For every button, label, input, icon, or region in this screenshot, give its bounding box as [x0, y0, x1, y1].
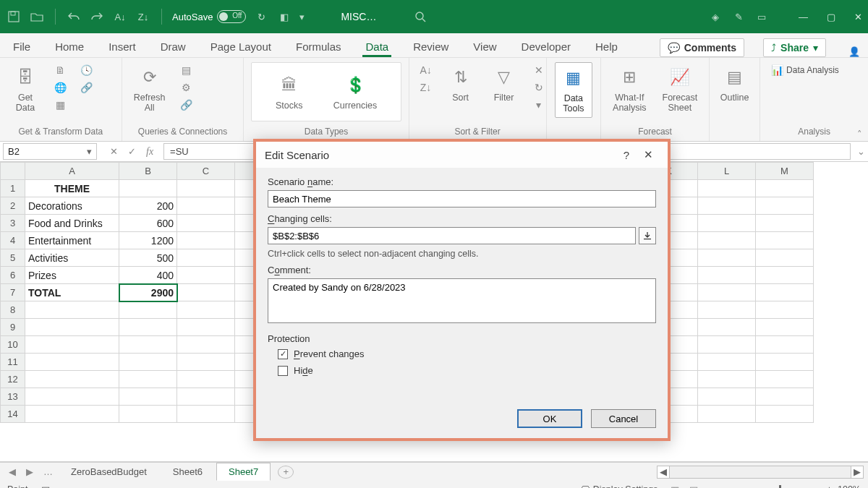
- whatif-button[interactable]: ⊞What-If Analysis: [608, 62, 650, 116]
- tab-home[interactable]: Home: [52, 36, 87, 57]
- col-header[interactable]: A: [25, 163, 119, 180]
- currencies-data-type[interactable]: 💲Currencies: [329, 70, 381, 114]
- row-header[interactable]: 1: [1, 180, 25, 197]
- properties-button[interactable]: ⚙: [176, 80, 195, 95]
- window-icon[interactable]: ▭: [754, 9, 770, 25]
- qat-customize-icon[interactable]: ▾: [299, 9, 305, 25]
- tab-view[interactable]: View: [470, 36, 499, 57]
- add-sheet-button[interactable]: +: [278, 466, 294, 479]
- scroll-left-icon[interactable]: ◀: [657, 466, 670, 479]
- diamond-icon[interactable]: ◈: [707, 9, 723, 25]
- sort-az-button[interactable]: A↓: [417, 62, 435, 78]
- row-header[interactable]: 7: [1, 284, 25, 301]
- open-icon[interactable]: [29, 9, 45, 25]
- comment-textarea[interactable]: [268, 278, 656, 323]
- zoom-in-icon[interactable]: +: [827, 484, 832, 488]
- col-header[interactable]: B: [119, 163, 177, 180]
- range-picker-button[interactable]: [639, 227, 656, 244]
- tab-help[interactable]: Help: [592, 36, 621, 57]
- comments-button[interactable]: 💬 Comments: [660, 38, 744, 57]
- refresh-all-button[interactable]: ⟳ Refresh All: [129, 62, 170, 116]
- hide-checkbox[interactable]: Hide: [278, 365, 656, 376]
- select-all-corner[interactable]: [1, 163, 25, 180]
- minimize-button[interactable]: —: [799, 12, 808, 22]
- recent-sources-button[interactable]: 🕓: [77, 62, 95, 78]
- cancel-button[interactable]: Cancel: [591, 409, 656, 428]
- cell[interactable]: Food and Drinks: [25, 215, 119, 232]
- cell[interactable]: 1200: [119, 232, 177, 249]
- from-text-button[interactable]: 🗎: [51, 62, 69, 78]
- collab-icon[interactable]: 👤: [845, 46, 864, 57]
- data-tools-button[interactable]: ▦ Data Tools: [555, 62, 592, 118]
- share-button[interactable]: ⤴ Share ▾: [763, 38, 826, 57]
- cell[interactable]: Activities: [25, 249, 119, 267]
- help-button[interactable]: ?: [616, 149, 637, 161]
- cell[interactable]: TOTAL: [25, 284, 119, 301]
- touch-mode-icon[interactable]: ◧: [276, 9, 292, 25]
- existing-connections-button[interactable]: 🔗: [77, 80, 95, 95]
- cell[interactable]: 2900: [119, 284, 177, 301]
- close-dialog-button[interactable]: ✕: [637, 148, 659, 161]
- scenario-name-input[interactable]: [268, 190, 656, 207]
- pen-icon[interactable]: ✎: [731, 9, 746, 25]
- name-box[interactable]: B2 ▾: [3, 143, 97, 160]
- sheet-tab[interactable]: Sheet6: [161, 463, 215, 481]
- tab-review[interactable]: Review: [410, 36, 451, 57]
- cell[interactable]: Entertainment: [25, 232, 119, 249]
- refresh-icon[interactable]: ↻: [253, 9, 269, 25]
- stocks-data-type[interactable]: 🏛Stocks: [271, 70, 307, 114]
- zoom-out-icon[interactable]: −: [730, 484, 735, 488]
- normal-view-icon[interactable]: ▦: [671, 484, 679, 489]
- ok-button[interactable]: OK: [517, 409, 582, 428]
- row-header[interactable]: 5: [1, 249, 25, 267]
- row-header[interactable]: 3: [1, 215, 25, 232]
- reapply-button[interactable]: ↻: [529, 80, 548, 95]
- sort-button[interactable]: ⇅Sort: [443, 62, 479, 106]
- cell[interactable]: 600: [119, 215, 177, 232]
- row-header[interactable]: 4: [1, 232, 25, 249]
- forecast-sheet-button[interactable]: 📈Forecast Sheet: [658, 62, 702, 116]
- sort-asc-icon[interactable]: A↓: [112, 9, 128, 25]
- page-layout-view-icon[interactable]: ▤: [689, 484, 698, 489]
- cell[interactable]: Decorations: [25, 197, 119, 215]
- display-settings-button[interactable]: 🖵 Display Settings: [581, 484, 658, 488]
- row-header[interactable]: 6: [1, 267, 25, 284]
- filter-button[interactable]: ▽Filter: [486, 62, 522, 106]
- collapse-ribbon-icon[interactable]: ˄: [857, 129, 862, 140]
- tab-developer[interactable]: Developer: [519, 36, 574, 57]
- cell[interactable]: [119, 180, 177, 197]
- expand-formula-bar-icon[interactable]: ⌄: [854, 142, 868, 161]
- cell[interactable]: 400: [119, 267, 177, 284]
- from-web-button[interactable]: 🌐: [51, 80, 69, 95]
- zoom-level[interactable]: 100%: [838, 484, 861, 488]
- tab-scroll-right-icon[interactable]: ▶: [22, 466, 38, 477]
- tab-scroll-left-icon[interactable]: ◀: [4, 466, 20, 477]
- close-button[interactable]: ✕: [854, 12, 862, 22]
- col-header[interactable]: C: [177, 163, 235, 180]
- from-table-button[interactable]: ▦: [51, 97, 69, 113]
- col-header[interactable]: L: [698, 163, 756, 180]
- cell[interactable]: Prizes: [25, 267, 119, 284]
- tab-insert[interactable]: Insert: [106, 36, 139, 57]
- sheet-tab[interactable]: Sheet7: [216, 463, 271, 481]
- row-header[interactable]: 2: [1, 197, 25, 215]
- chevron-down-icon[interactable]: ▾: [87, 146, 92, 157]
- page-break-view-icon[interactable]: ▭: [708, 484, 717, 489]
- cell[interactable]: THEME: [25, 180, 119, 197]
- cancel-formula-icon[interactable]: ✕: [110, 146, 118, 157]
- undo-icon[interactable]: [66, 9, 82, 25]
- tab-ellipsis[interactable]: …: [39, 466, 57, 477]
- cell[interactable]: 200: [119, 197, 177, 215]
- queries-button[interactable]: ▤: [176, 62, 195, 78]
- zoom-slider[interactable]: − + 100%: [730, 484, 861, 488]
- scroll-right-icon[interactable]: ▶: [851, 466, 864, 479]
- sort-desc-icon[interactable]: Z↓: [135, 9, 151, 25]
- autosave-toggle[interactable]: AutoSave Off: [172, 10, 246, 23]
- changing-cells-input[interactable]: [268, 227, 636, 244]
- prevent-changes-checkbox[interactable]: ✓ Prevent changes: [278, 348, 656, 359]
- tab-data[interactable]: Data: [362, 36, 391, 57]
- sort-za-button[interactable]: Z↓: [417, 80, 435, 95]
- search-icon[interactable]: [412, 9, 428, 25]
- enter-formula-icon[interactable]: ✓: [128, 146, 136, 157]
- tab-page-layout[interactable]: Page Layout: [208, 36, 274, 57]
